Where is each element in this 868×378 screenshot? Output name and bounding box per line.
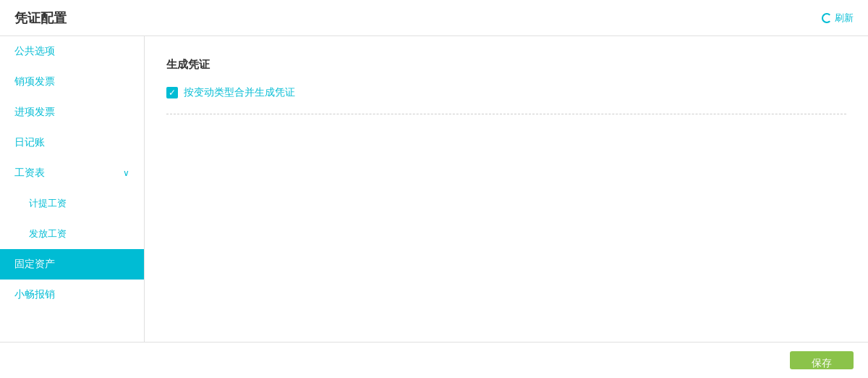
refresh-icon: [822, 13, 832, 23]
sidebar-label-pay-payroll: 发放工资: [29, 227, 67, 240]
refresh-label: 刷新: [835, 12, 854, 25]
sidebar-item-journal[interactable]: 日记账: [0, 127, 144, 158]
sidebar-item-pay-payroll[interactable]: 发放工资: [0, 219, 144, 249]
main-content: 生成凭证 按变动类型合并生成凭证: [145, 36, 868, 342]
header: 凭证配置 刷新: [0, 0, 868, 36]
sidebar-item-expense[interactable]: 小畅报销: [0, 280, 144, 310]
sidebar-label-public: 公共选项: [14, 45, 55, 58]
sidebar: 公共选项销项发票进项发票日记账工资表∨计提工资发放工资固定资产小畅报销: [0, 36, 145, 342]
sidebar-label-calc-payroll: 计提工资: [29, 197, 67, 210]
body: 公共选项销项发票进项发票日记账工资表∨计提工资发放工资固定资产小畅报销 生成凭证…: [0, 36, 868, 342]
chevron-down-icon: ∨: [123, 168, 129, 178]
merge-voucher-checkbox[interactable]: [166, 87, 178, 98]
sidebar-label-sales-invoice: 销项发票: [14, 75, 55, 88]
divider: [166, 114, 846, 114]
refresh-button[interactable]: 刷新: [822, 12, 854, 25]
sidebar-label-payroll: 工资表: [14, 167, 45, 180]
sidebar-label-purchase-invoice: 进项发票: [14, 106, 55, 119]
sidebar-label-fixed-assets: 固定资产: [14, 258, 55, 271]
section-title: 生成凭证: [166, 58, 846, 72]
sidebar-item-public[interactable]: 公共选项: [0, 36, 144, 67]
sidebar-label-journal: 日记账: [14, 136, 45, 149]
checkbox-row: 按变动类型合并生成凭证: [166, 86, 846, 99]
sidebar-item-payroll[interactable]: 工资表∨: [0, 158, 144, 188]
checkbox-label: 按变动类型合并生成凭证: [184, 86, 295, 99]
sidebar-item-purchase-invoice[interactable]: 进项发票: [0, 97, 144, 127]
footer: 保存: [0, 342, 868, 378]
sidebar-item-fixed-assets[interactable]: 固定资产: [0, 249, 144, 280]
save-button[interactable]: 保存: [790, 351, 854, 369]
page-title: 凭证配置: [14, 9, 67, 27]
sidebar-item-calc-payroll[interactable]: 计提工资: [0, 188, 144, 219]
sidebar-item-sales-invoice[interactable]: 销项发票: [0, 67, 144, 97]
sidebar-label-expense: 小畅报销: [14, 288, 55, 301]
